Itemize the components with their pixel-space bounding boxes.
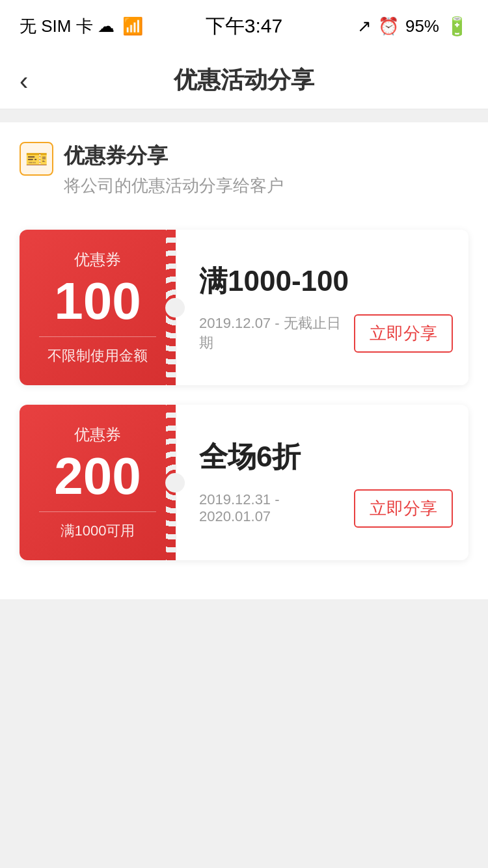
status-right: ↗ ⏰ 95% 🔋 — [357, 16, 468, 37]
empty-background — [0, 599, 488, 868]
status-bar: 无 SIM 卡 ☁ 📶 下午3:47 ↗ ⏰ 95% 🔋 — [0, 0, 488, 52]
coupon-meta-1: 2019.12.07 - 无截止日期 立即分享 — [199, 314, 453, 353]
coupon-divider-2 — [39, 511, 156, 512]
wifi-icon: 📶 — [122, 16, 143, 36]
coupon-meta-2: 2019.12.31 - 2020.01.07 立即分享 — [199, 489, 453, 528]
battery-text: 95% — [405, 16, 439, 36]
nav-bar: ‹ 优惠活动分享 — [0, 52, 488, 109]
coupon-card-1: 优惠券 100 不限制使用金额 满1000-100 2019.12.07 - 无… — [20, 230, 468, 385]
coupon-notch-1 — [165, 298, 185, 318]
status-time: 下午3:47 — [206, 13, 282, 40]
alarm-icon: ⏰ — [378, 16, 399, 36]
coupon-divider-1 — [39, 336, 156, 337]
share-button-2[interactable]: 立即分享 — [354, 489, 453, 528]
coupon-amount-2: 200 — [54, 450, 141, 502]
coupon-amount-1: 100 — [54, 275, 141, 327]
battery-icon: 🔋 — [446, 16, 468, 37]
coupon-condition-2: 满1000可用 — [61, 521, 135, 541]
section-text: 优惠券分享 将公司的优惠活动分享给客户 — [64, 142, 284, 197]
coupon-right-2: 全场6折 2019.12.31 - 2020.01.07 立即分享 — [176, 405, 468, 560]
carrier-text: 无 SIM 卡 ☁ — [20, 15, 115, 38]
location-icon: ↗ — [357, 16, 372, 36]
coupon-condition-1: 不限制使用金额 — [47, 346, 148, 366]
share-button-1[interactable]: 立即分享 — [354, 314, 453, 353]
coupon-section-icon: 🎫 — [20, 142, 53, 176]
coupon-left-1: 优惠券 100 不限制使用金额 — [20, 230, 176, 385]
coupon-date-2: 2019.12.31 - 2020.01.07 — [199, 491, 346, 525]
page-title: 优惠活动分享 — [174, 64, 314, 96]
coupon-tag-1: 优惠券 — [74, 249, 121, 270]
coupon-list: 优惠券 100 不限制使用金额 满1000-100 2019.12.07 - 无… — [0, 210, 488, 599]
back-button[interactable]: ‹ — [20, 68, 28, 94]
status-left: 无 SIM 卡 ☁ 📶 — [20, 15, 143, 38]
coupon-name-1: 满1000-100 — [199, 262, 453, 301]
coupon-date-1: 2019.12.07 - 无截止日期 — [199, 314, 346, 353]
coupon-left-2: 优惠券 200 满1000可用 — [20, 405, 176, 560]
coupon-tag-2: 优惠券 — [74, 424, 121, 445]
section-subtitle: 将公司的优惠活动分享给客户 — [64, 174, 284, 197]
coupon-card-2: 优惠券 200 满1000可用 全场6折 2019.12.31 - 2020.0… — [20, 405, 468, 560]
section-title: 优惠券分享 — [64, 142, 284, 170]
coupon-notch-2 — [165, 473, 185, 493]
section-header: 🎫 优惠券分享 将公司的优惠活动分享给客户 — [0, 122, 488, 210]
coupon-right-1: 满1000-100 2019.12.07 - 无截止日期 立即分享 — [176, 230, 468, 385]
coupon-name-2: 全场6折 — [199, 438, 453, 476]
